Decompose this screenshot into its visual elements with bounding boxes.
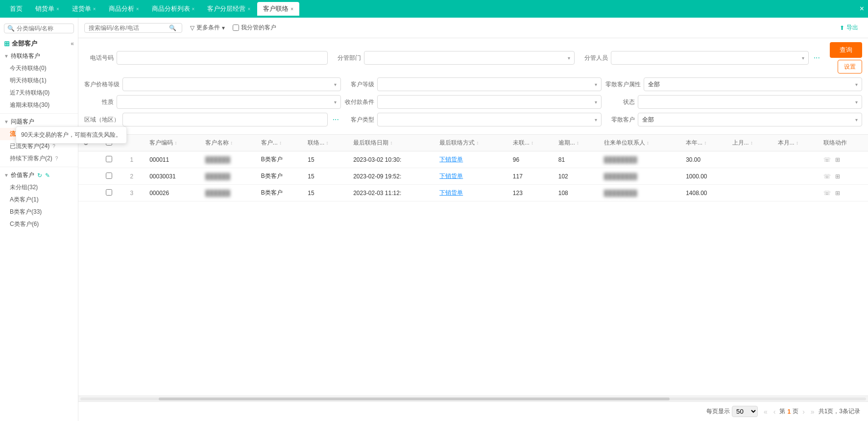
tab-customer-contact-label: 客户联络: [263, 4, 289, 13]
col-contact[interactable]: 联络... ↕: [303, 135, 348, 151]
sidebar-search-wrapper[interactable]: 🔍: [4, 24, 74, 33]
close-all-button[interactable]: ×: [860, 4, 864, 13]
col-last-method[interactable]: 最后联络方式 ↕: [434, 135, 508, 151]
horizontal-scrollbar[interactable]: [78, 396, 868, 401]
my-customers-checkbox-label[interactable]: 我分管的客户: [233, 24, 276, 32]
tab-analysis[interactable]: 商品分析 ×: [103, 2, 145, 16]
edit-icon[interactable]: ✎: [45, 172, 50, 179]
row2-select[interactable]: [106, 173, 112, 179]
row3-overdue: 108: [554, 185, 599, 201]
manager-select[interactable]: ▾: [611, 51, 808, 65]
export-btn[interactable]: ⬆ 导出: [836, 22, 862, 34]
last-page-btn[interactable]: »: [809, 407, 817, 417]
retail-cust-select[interactable]: 全部 ▾: [638, 113, 862, 126]
row1-select[interactable]: [106, 156, 112, 162]
grid-icon: ⊞: [4, 40, 10, 48]
col-code[interactable]: 客户编码 ↕: [145, 135, 200, 151]
col-unit-contact[interactable]: 往来单位联系人 ↕: [599, 135, 681, 151]
retail-attr-select[interactable]: 全部 ▾: [644, 77, 862, 91]
chevron-cust-level: ▾: [595, 82, 597, 87]
sidebar-search-input[interactable]: [17, 25, 71, 32]
retail-cust-label: 零散客户: [605, 116, 635, 124]
scroll-thumb[interactable]: [159, 397, 670, 400]
row3-last-method[interactable]: 下销货单: [434, 185, 508, 201]
search-wrapper[interactable]: 🔍: [84, 23, 182, 33]
col-this-year[interactable]: 本年... ↕: [681, 135, 727, 151]
tab-customer-contact[interactable]: 客户联络 ×: [257, 2, 299, 16]
cust-level-label: 客户等级: [345, 80, 374, 89]
row2-phone-icon[interactable]: ☏: [823, 173, 831, 180]
prev-page-btn[interactable]: ‹: [772, 407, 778, 417]
col-uncontacted[interactable]: 未联... ↕: [508, 135, 554, 151]
tab-purchase-close[interactable]: ×: [93, 6, 96, 12]
page-size-select[interactable]: 50 100 200: [732, 406, 758, 417]
col-this-month[interactable]: 本月... ↕: [773, 135, 819, 151]
field-nature: 性质 ▾: [84, 95, 341, 109]
sidebar-item-class-a[interactable]: A类客户(1): [0, 194, 78, 206]
tab-analysis-list[interactable]: 商品分析列表 ×: [146, 2, 201, 16]
row3-grid-icon[interactable]: ⊞: [835, 190, 840, 197]
col-type[interactable]: 客户... ↕: [256, 135, 303, 151]
cust-level-select[interactable]: ▾: [377, 77, 602, 91]
tab-sales-close[interactable]: ×: [56, 6, 59, 12]
sidebar-item-declining[interactable]: 持续下滑客户(2) ?: [0, 152, 78, 165]
region-more-btn[interactable]: ···: [331, 115, 341, 124]
search-input[interactable]: [89, 25, 167, 31]
sidebar-item-tomorrow[interactable]: 明天待联络(1): [0, 74, 78, 87]
row3-checkbox[interactable]: [101, 185, 125, 201]
row2-type: B类客户: [256, 168, 303, 185]
group-pending-header[interactable]: ▼ 待联络客户: [0, 50, 78, 62]
sidebar-item-class-c[interactable]: C类客户(6): [0, 218, 78, 230]
row1-checkbox[interactable]: [101, 151, 125, 168]
col-name[interactable]: 客户名称 ↕: [200, 135, 256, 151]
col-overdue[interactable]: 逾期... ↕: [554, 135, 599, 151]
status-label: 状态: [605, 98, 635, 106]
row3-action: ☏ ⊞: [819, 185, 868, 201]
chevron-nature: ▾: [334, 99, 337, 105]
phone-input[interactable]: [117, 51, 328, 65]
tab-customer-tier-close[interactable]: ×: [247, 6, 250, 12]
row1-phone-icon[interactable]: ☏: [823, 156, 831, 163]
tab-home[interactable]: 首页: [4, 2, 28, 16]
sidebar-item-class-b[interactable]: B类客户(33): [0, 206, 78, 218]
sidebar-collapse-btn[interactable]: «: [71, 40, 74, 47]
sidebar-item-overdue[interactable]: 逾期未联络(30): [0, 99, 78, 111]
status-select[interactable]: ▾: [638, 95, 862, 109]
manager-more-btn[interactable]: ···: [812, 53, 822, 62]
next-page-btn[interactable]: ›: [800, 407, 807, 417]
cust-type-select[interactable]: ▾: [377, 113, 602, 126]
row2-last-method[interactable]: 下销货单: [434, 168, 508, 185]
payment-select[interactable]: ▾: [377, 95, 602, 109]
row3-this-month: [773, 185, 819, 201]
sidebar-item-today[interactable]: 今天待联络(0): [0, 62, 78, 74]
dept-select[interactable]: ▾: [364, 51, 575, 65]
row2-checkbox[interactable]: [101, 168, 125, 185]
tab-analysis-list-close[interactable]: ×: [192, 6, 195, 12]
row1-last-method[interactable]: 下销货单: [434, 151, 508, 168]
sidebar-item-ungroup[interactable]: 未分组(32): [0, 181, 78, 194]
row3-select[interactable]: [106, 189, 112, 196]
row2-grid-icon[interactable]: ⊞: [835, 173, 840, 180]
price-level-select[interactable]: ▾: [122, 77, 341, 91]
refresh-icon[interactable]: ↻: [37, 172, 42, 179]
setting-button[interactable]: 设置: [838, 60, 862, 74]
col-last-month[interactable]: 上月... ↕: [727, 135, 773, 151]
col-last-date[interactable]: 最后联络日期 ↕: [348, 135, 434, 151]
tab-analysis-close[interactable]: ×: [136, 6, 139, 12]
tab-customer-tier[interactable]: 客户分层经营 ×: [201, 2, 256, 16]
more-conditions-btn[interactable]: ▽ 更多条件 ▾: [186, 22, 229, 34]
tab-purchase[interactable]: 进货单 ×: [66, 2, 102, 16]
sidebar-item-7days[interactable]: 近7天待联络(0): [0, 87, 78, 99]
all-customers-header[interactable]: ⊞ 全部客户 «: [0, 37, 78, 50]
query-button[interactable]: 查询: [830, 42, 862, 58]
more-conditions-label: 更多条件: [196, 24, 220, 32]
group-value-header[interactable]: ▼ 价值客户 ↻ ✎: [0, 169, 78, 181]
nature-select[interactable]: ▾: [117, 95, 341, 109]
row1-grid-icon[interactable]: ⊞: [835, 156, 840, 163]
row3-phone-icon[interactable]: ☏: [823, 190, 831, 197]
tab-sales[interactable]: 销货单 ×: [29, 2, 65, 16]
tab-customer-contact-close[interactable]: ×: [290, 6, 293, 12]
my-customers-checkbox[interactable]: [233, 25, 239, 31]
region-input[interactable]: [122, 113, 328, 126]
first-page-btn[interactable]: «: [762, 407, 770, 417]
